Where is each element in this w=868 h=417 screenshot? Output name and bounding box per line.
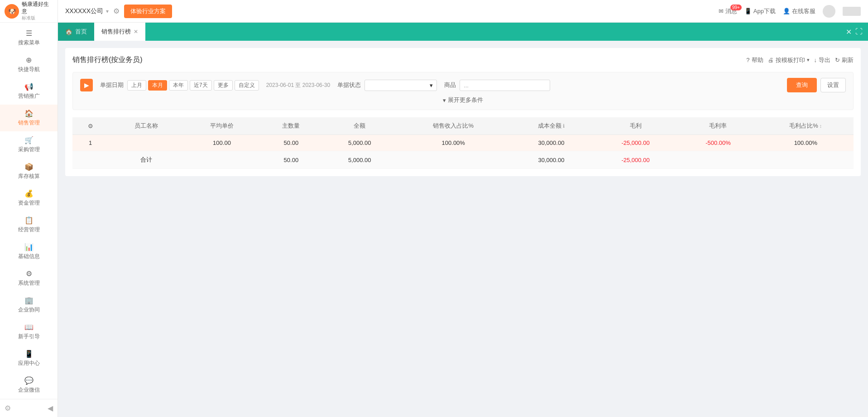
table-header-row: ⚙ 员工名称 平均单价 主数量 全额 销售收入占比% 成本全额 ℹ 毛利 bbox=[72, 117, 854, 135]
filter-expand-arrow[interactable]: ▶ bbox=[80, 79, 93, 91]
date-btn-prev-month[interactable]: 上月 bbox=[127, 80, 146, 91]
th-gross: 毛利 bbox=[593, 117, 679, 135]
sidebar-item-label: 销售管理 bbox=[18, 119, 40, 127]
dropdown-icon: ▾ bbox=[106, 8, 109, 14]
enterprise-icon: 🏢 bbox=[24, 296, 34, 305]
basic-icon: 📊 bbox=[24, 243, 34, 251]
cell-sales-pct: 100.00% bbox=[397, 135, 510, 151]
gross-pct-label: 毛利占比% bbox=[789, 122, 818, 130]
tab-home[interactable]: 🏠 首页 bbox=[58, 23, 94, 41]
date-btn-more[interactable]: 更多 bbox=[214, 80, 233, 91]
tab-sales-rank[interactable]: 销售排行榜 ✕ bbox=[94, 23, 145, 41]
sidebar-item-apps[interactable]: 📱 应用中心 bbox=[0, 345, 58, 372]
tab-fullscreen-icon[interactable]: ⛶ bbox=[855, 28, 863, 36]
sidebar-footer: ⚙ ◀ bbox=[0, 399, 58, 417]
export-label: 导出 bbox=[819, 56, 830, 64]
header-settings-icon[interactable]: ⚙ bbox=[113, 7, 120, 15]
inventory-icon: 📦 bbox=[24, 163, 34, 171]
date-btn-cur-year[interactable]: 本年 bbox=[169, 80, 188, 91]
export-button[interactable]: ↓ 导出 bbox=[814, 56, 831, 64]
footer-empty bbox=[72, 151, 108, 169]
sidebar-item-label: 基础信息 bbox=[18, 253, 40, 260]
th-settings[interactable]: ⚙ bbox=[72, 117, 108, 135]
sidebar-item-label: 搜索菜单 bbox=[18, 39, 40, 47]
sidebar-item-label: 企业微信 bbox=[18, 386, 40, 394]
company-select[interactable]: XXXXXX公司 ▾ bbox=[65, 7, 109, 15]
cell-gross: -25,000.00 bbox=[593, 135, 679, 151]
date-btn-custom[interactable]: 自定义 bbox=[235, 80, 259, 91]
query-button[interactable]: 查询 bbox=[787, 78, 817, 92]
cell-cost: 30,000.00 bbox=[510, 135, 593, 151]
app-download-button[interactable]: 📱 App下载 bbox=[744, 7, 776, 15]
sidebar-item-operations[interactable]: 📋 经营管理 bbox=[0, 211, 58, 238]
logo-text: 畅康通好生意 bbox=[22, 1, 53, 15]
finance-icon: 💰 bbox=[24, 189, 34, 198]
cell-gross-pct: 100.00% bbox=[758, 135, 854, 151]
sidebar-item-inventory[interactable]: 📦 库存核算 bbox=[0, 158, 58, 185]
sidebar-item-label: 经营管理 bbox=[18, 226, 40, 234]
help-icon: ? bbox=[746, 57, 749, 63]
filter-row: ▶ 单据日期 上月 本月 本年 近7天 更多 自定义 2023-06-01 至 … bbox=[80, 78, 846, 92]
message-button[interactable]: ✉ 消息 99+ bbox=[719, 7, 737, 15]
operations-icon: 📋 bbox=[24, 216, 34, 225]
sidebar-logo: 🐶 畅康通好生意 标准版 bbox=[0, 0, 58, 23]
sidebar-item-basic[interactable]: 📊 基础信息 bbox=[0, 238, 58, 265]
sidebar-item-system[interactable]: ⚙ 系统管理 bbox=[0, 265, 58, 292]
sidebar-nav: ☰ 搜索菜单 ⊕ 快捷导航 📢 营销推广 🏠 销售管理 🛒 采购管理 📦 库存核… bbox=[0, 23, 58, 399]
date-range-display: 2023-06-01 至 2023-06-30 bbox=[266, 81, 330, 89]
print-button[interactable]: 🖨 按模板打印 ▾ bbox=[768, 56, 810, 64]
sidebar-item-finance[interactable]: 💰 资金管理 bbox=[0, 185, 58, 211]
print-icon: 🖨 bbox=[768, 57, 774, 63]
help-label: 帮助 bbox=[752, 56, 763, 64]
sidebar-settings-icon[interactable]: ⚙ bbox=[5, 404, 11, 412]
date-btn-cur-month[interactable]: 本月 bbox=[148, 80, 167, 91]
trial-button[interactable]: 体验行业方案 bbox=[124, 5, 172, 18]
date-btn-7days[interactable]: 近7天 bbox=[190, 80, 212, 91]
app-label: App下载 bbox=[753, 7, 776, 15]
sidebar-item-search[interactable]: ☰ 搜索菜单 bbox=[0, 24, 58, 51]
goods-input[interactable]: ... bbox=[460, 80, 550, 91]
cost-label: 成本全额 bbox=[538, 122, 561, 130]
sidebar-item-guide[interactable]: 📖 新手引导 bbox=[0, 318, 58, 345]
sidebar-collapse-icon[interactable]: ◀ bbox=[48, 404, 53, 412]
sidebar-item-wechat[interactable]: 💬 企业微信 bbox=[0, 372, 58, 398]
th-avg-price: 平均单价 bbox=[184, 117, 259, 135]
sidebar: 🐶 畅康通好生意 标准版 ☰ 搜索菜单 ⊕ 快捷导航 📢 营销推广 🏠 销售管理… bbox=[0, 0, 58, 417]
user-name-display bbox=[843, 7, 861, 16]
wechat-icon: 💬 bbox=[24, 376, 34, 385]
marketing-icon: 📢 bbox=[24, 82, 34, 91]
table-settings-icon: ⚙ bbox=[88, 123, 93, 129]
th-qty: 主数量 bbox=[260, 117, 323, 135]
sidebar-item-label: 营销推广 bbox=[18, 92, 40, 100]
tab-close-icon[interactable]: ✕ bbox=[134, 29, 138, 35]
date-label: 单据日期 bbox=[100, 81, 124, 89]
filter-expand-row: ▾ 展开更多条件 bbox=[80, 96, 846, 104]
sidebar-item-shortcut[interactable]: ⊕ 快捷导航 bbox=[0, 51, 58, 78]
expand-conditions-button[interactable]: ▾ 展开更多条件 bbox=[443, 96, 483, 104]
settings-button[interactable]: 设置 bbox=[820, 78, 846, 92]
th-sales-pct: 销售收入占比% bbox=[397, 117, 510, 135]
goods-label: 商品 bbox=[444, 81, 456, 89]
filter-area: ▶ 单据日期 上月 本月 本年 近7天 更多 自定义 2023-06-01 至 … bbox=[72, 72, 854, 110]
sidebar-item-enterprise[interactable]: 🏢 企业协同 bbox=[0, 292, 58, 318]
refresh-button[interactable]: ↻ 刷新 bbox=[835, 56, 854, 64]
sidebar-item-purchase[interactable]: 🛒 采购管理 bbox=[0, 131, 58, 158]
sidebar-item-label: 库存核算 bbox=[18, 173, 40, 180]
status-select[interactable]: ▾ bbox=[364, 80, 437, 91]
sidebar-item-sales[interactable]: 🏠 销售管理 bbox=[0, 105, 58, 131]
sidebar-item-label: 应用中心 bbox=[18, 359, 40, 367]
sidebar-item-marketing[interactable]: 📢 营销推广 bbox=[0, 78, 58, 105]
cell-gross-rate: -500.00% bbox=[678, 135, 758, 151]
help-button[interactable]: ? 帮助 bbox=[746, 56, 763, 64]
cell-avg-price: 100.00 bbox=[184, 135, 259, 151]
footer-amount: 5,000.00 bbox=[322, 151, 397, 169]
service-button[interactable]: 👤 在线客服 bbox=[783, 7, 815, 15]
user-avatar[interactable] bbox=[823, 5, 835, 18]
guide-icon: 📖 bbox=[24, 323, 34, 331]
footer-gross-pct bbox=[758, 151, 854, 169]
footer-label: 合计 bbox=[108, 151, 184, 169]
sidebar-item-label: 资金管理 bbox=[18, 199, 40, 207]
refresh-icon: ↻ bbox=[835, 57, 840, 63]
th-cost: 成本全额 ℹ bbox=[510, 117, 593, 135]
tab-close-all-icon[interactable]: ✕ bbox=[846, 28, 852, 36]
